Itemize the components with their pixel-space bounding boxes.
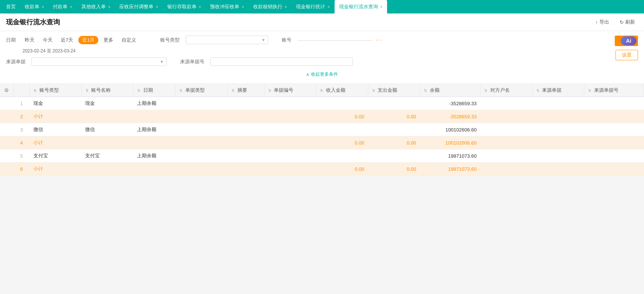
date-opt-1month[interactable]: 近1月 (78, 36, 98, 44)
row-source-doc (532, 97, 584, 110)
nav-cash-stats[interactable]: 现金银行统计 × (291, 0, 334, 13)
row-doc-num (264, 136, 316, 149)
close-icon[interactable]: × (108, 4, 110, 9)
row-source-doc (532, 123, 584, 136)
gear-icon[interactable]: ⚙ (4, 87, 9, 93)
nav-advance[interactable]: 预收冲应收单 × (206, 0, 248, 13)
table-row[interactable]: 4小计0.000.00100102606.60 (0, 136, 644, 149)
col-source-doc-num[interactable]: ⇅ 来源单据号 (584, 84, 644, 97)
row-settings (0, 163, 14, 176)
row-expense (368, 123, 420, 136)
nav-payments[interactable]: 付款单 × (48, 0, 77, 13)
col-source-doc[interactable]: ⇅ 来源单据 (532, 84, 584, 97)
refresh-button[interactable]: ↻ 刷新 (617, 17, 638, 27)
export-button[interactable]: ↑ 导出 (593, 17, 612, 27)
table-row[interactable]: 1现金现金上期余额-3528659.33 (0, 97, 644, 110)
nav-collection[interactable]: 收款核销执行 × (249, 0, 291, 13)
collapse-bar[interactable]: ∧ 收起更多条件 (6, 70, 638, 79)
nav-receipts[interactable]: 收款单 × (20, 0, 48, 13)
col-account-type[interactable]: ⇅ 账号类型 (30, 84, 81, 97)
nav-cash-flow[interactable]: 现金银行流水查询 × (335, 0, 387, 13)
row-date (133, 163, 175, 176)
row-income (316, 97, 368, 110)
close-icon[interactable]: × (242, 4, 244, 9)
close-icon[interactable]: × (70, 4, 72, 9)
table-row[interactable]: 2小计0.000.00-3528659.33 (0, 110, 644, 123)
row-balance: 100102606.60 (420, 136, 480, 149)
source-doc-num-input[interactable] (210, 57, 353, 66)
account-row: ··· (297, 37, 383, 43)
col-doc-num[interactable]: ⇅ 单据编号 (264, 84, 316, 97)
row-source-doc (532, 149, 584, 163)
nav-adjustment[interactable]: 应收应付调整单 × (115, 0, 162, 13)
col-account-name[interactable]: ⇅ 账号名称 (81, 84, 133, 97)
row-counterpart (480, 149, 532, 163)
date-opt-yesterday[interactable]: 昨天 (22, 36, 38, 44)
sort-icon: ⇅ (179, 88, 182, 93)
row-doc-type (176, 110, 227, 123)
date-label: 日期 (6, 37, 16, 43)
top-navigation: 首页 收款单 × 付款单 × 其他收入单 × 应收应付调整单 × 银行存取款单 … (0, 0, 644, 13)
row-date: 上期余额 (133, 97, 175, 110)
page-header: 现金银行流水查询 ↑ 导出 ↻ 刷新 (0, 13, 644, 31)
table-body: 1现金现金上期余额-3528659.332小计0.000.00-3528659.… (0, 97, 644, 176)
date-opt-7days[interactable]: 近7天 (58, 36, 76, 44)
account-type-select[interactable]: ▾ (186, 36, 268, 44)
table-row[interactable]: 5支付宝支付宝上期余额19871073.60 (0, 149, 644, 163)
date-opt-more[interactable]: 更多 (101, 36, 116, 44)
row-settings (0, 97, 14, 110)
close-icon[interactable]: × (42, 4, 44, 9)
filter-main: 日期 昨天 今天 近7天 近1月 更多 自定义 账号类型 ▾ 账号 (6, 36, 638, 70)
close-icon[interactable]: × (327, 4, 330, 9)
row-income (316, 123, 368, 136)
date-opt-today[interactable]: 今天 (40, 36, 56, 44)
close-icon[interactable]: × (199, 4, 201, 9)
nav-other-income[interactable]: 其他收入单 × (77, 0, 115, 13)
col-summary[interactable]: ⇅ 摘要 (227, 84, 264, 97)
row-number: 5 (14, 149, 30, 163)
row-balance: 19871073.60 (420, 163, 480, 176)
close-icon[interactable]: × (285, 4, 287, 9)
account-ellipsis-button[interactable]: ··· (375, 37, 383, 43)
nav-bank-deposit[interactable]: 银行存取款单 × (163, 0, 206, 13)
table-row[interactable]: 6小计0.000.0019871073.60 (0, 163, 644, 176)
col-expense[interactable]: ⇅ 支出金额 (368, 84, 420, 97)
table-row[interactable]: 3微信微信上期余额100102606.60 (0, 123, 644, 136)
account-input[interactable] (297, 39, 372, 41)
settings-button[interactable]: 设置 (615, 50, 638, 60)
date-opt-custom[interactable]: 自定义 (119, 36, 139, 44)
source-doc-num-label: 来源单据号 (180, 58, 204, 65)
close-icon[interactable]: × (380, 4, 383, 9)
nav-home[interactable]: 首页 (2, 0, 20, 13)
ai-badge[interactable]: Ai (621, 36, 636, 45)
col-row-num (14, 84, 30, 97)
row-doc-type (176, 97, 227, 110)
row-account-type: 支付宝 (30, 149, 81, 163)
source-doc-select[interactable]: ▾ (32, 57, 167, 66)
row-account-name: 支付宝 (81, 149, 133, 163)
row-summary (227, 163, 264, 176)
row-source-doc-num (584, 123, 644, 136)
row-counterpart (480, 163, 532, 176)
col-doc-type[interactable]: ⇅ 单据类型 (176, 84, 227, 97)
close-icon[interactable]: × (156, 4, 158, 9)
col-balance[interactable]: ⇅ 余额 (420, 84, 480, 97)
col-settings: ⚙ (0, 84, 14, 97)
table-header-row: ⚙ ⇅ 账号类型 ⇅ 账号名称 ⇅ 日期 ⇅ 单据类型 (0, 84, 644, 97)
row-source-doc (532, 110, 584, 123)
data-table-container: ⚙ ⇅ 账号类型 ⇅ 账号名称 ⇅ 日期 ⇅ 单据类型 (0, 84, 644, 176)
sort-icon: ⇅ (536, 88, 539, 93)
col-date[interactable]: ⇅ 日期 (133, 84, 175, 97)
row-settings (0, 110, 14, 123)
sort-icon: ⇅ (320, 88, 323, 93)
col-income[interactable]: ⇅ 收入金额 (316, 84, 368, 97)
row-date (133, 136, 175, 149)
filter-left: 日期 昨天 今天 近7天 近1月 更多 自定义 账号类型 ▾ 账号 (6, 36, 607, 70)
sort-icon: ⇅ (33, 88, 36, 93)
row-account-name (81, 136, 133, 149)
col-counterpart[interactable]: ⇅ 对方户名 (480, 84, 532, 97)
page-title: 现金银行流水查询 (6, 18, 60, 27)
row-settings (0, 136, 14, 149)
row-balance: -3528659.33 (420, 110, 480, 123)
sort-icon: ⇅ (137, 88, 140, 93)
